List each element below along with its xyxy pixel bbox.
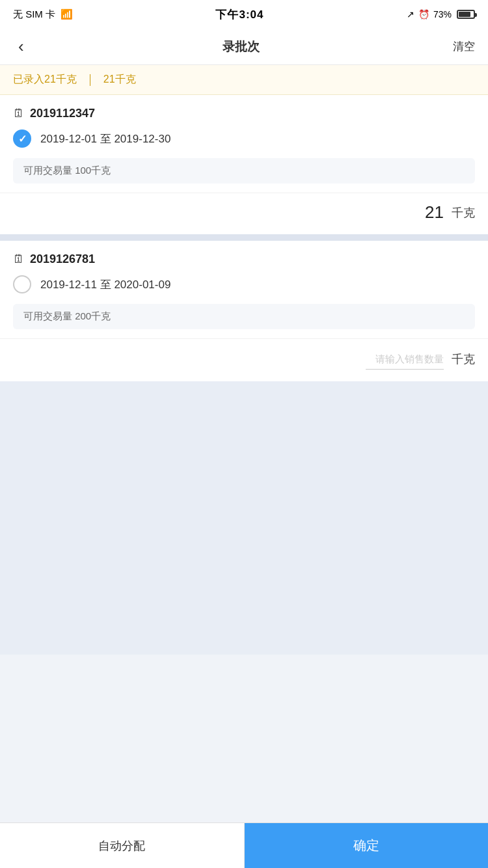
status-bar: 无 SIM 卡 📶 下午3:04 ↗ ⏰ 73% — [0, 0, 488, 29]
available-qty-1: 可用交易量 100千克 — [13, 158, 475, 183]
auto-distribute-button[interactable]: 自动分配 — [0, 823, 245, 868]
location-icon: ↗ — [407, 9, 414, 20]
wifi-icon: 📶 — [61, 8, 73, 20]
input-row-1: 21 千克 — [0, 193, 488, 234]
summary-divider — [90, 74, 90, 86]
bottom-bar: 自动分配 确定 — [0, 822, 488, 868]
batch-date-row-2: 2019-12-11 至 2020-01-09 — [0, 270, 488, 299]
radio-btn-1[interactable] — [13, 129, 31, 148]
input-row-2[interactable]: 千克 — [0, 338, 488, 381]
back-button[interactable]: ‹ — [13, 31, 29, 62]
summary-total: 21千克 — [103, 73, 136, 87]
batch-header-1: 🗓 2019112347 — [0, 95, 488, 124]
summary-bar: 已录入21千克 21千克 — [0, 65, 488, 95]
batch-icon-1: 🗓 — [13, 107, 25, 120]
summary-recorded: 已录入21千克 — [13, 73, 77, 87]
qty-value-1: 21 — [405, 202, 444, 223]
batch-card-1: 🗓 2019112347 2019-12-01 至 2019-12-30 可用交… — [0, 95, 488, 234]
status-right: ↗ ⏰ 73% — [407, 9, 475, 20]
qty-unit-1: 千克 — [452, 205, 475, 221]
qty-input-2[interactable] — [366, 348, 444, 370]
carrier-label: 无 SIM 卡 — [13, 8, 55, 21]
card-separator — [0, 234, 488, 241]
confirm-button[interactable]: 确定 — [245, 823, 489, 868]
qty-unit-2: 千克 — [452, 351, 475, 367]
empty-area — [0, 381, 488, 655]
status-time: 下午3:04 — [215, 7, 264, 22]
nav-bar: ‹ 录批次 清空 — [0, 29, 488, 65]
alarm-icon: ⏰ — [418, 9, 429, 20]
batch-id-1: 2019112347 — [30, 107, 95, 120]
clear-button[interactable]: 清空 — [453, 39, 475, 54]
radio-btn-2[interactable] — [13, 275, 31, 293]
batch-date-row-1: 2019-12-01 至 2019-12-30 — [0, 124, 488, 153]
battery-icon — [457, 10, 475, 19]
available-qty-2: 可用交易量 200千克 — [13, 304, 475, 329]
status-left: 无 SIM 卡 📶 — [13, 8, 73, 21]
batch-icon-2: 🗓 — [13, 252, 25, 266]
batch-date-2: 2019-12-11 至 2020-01-09 — [40, 277, 170, 292]
batch-id-2: 2019126781 — [30, 252, 95, 266]
batch-date-1: 2019-12-01 至 2019-12-30 — [40, 131, 170, 146]
batch-header-2: 🗓 2019126781 — [0, 241, 488, 270]
battery-label: 73% — [433, 9, 452, 20]
page-title: 录批次 — [223, 38, 260, 55]
batch-card-2: 🗓 2019126781 2019-12-11 至 2020-01-09 可用交… — [0, 241, 488, 381]
